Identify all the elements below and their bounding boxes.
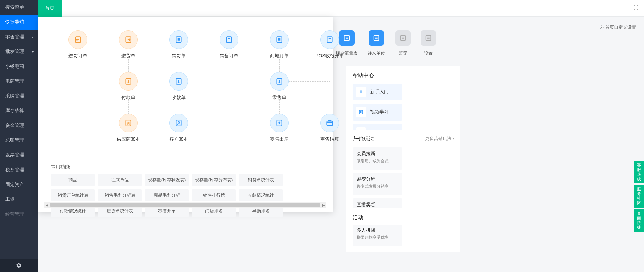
common-btn-4[interactable]: 销货单统计表: [239, 174, 283, 186]
flow-label: 收款单: [158, 95, 199, 101]
flow-node-10[interactable]: 客户账本: [158, 114, 199, 142]
scroll-right-icon[interactable]: ▶: [321, 202, 326, 208]
chevron-down-icon: ▾: [32, 35, 34, 39]
horizontal-scrollbar[interactable]: ◀ ▶: [44, 202, 326, 208]
sidebar-settings[interactable]: [0, 259, 38, 272]
mkt-card-0[interactable]: 会员拉新吸引用户成为会员: [353, 147, 402, 170]
flow-diagram: 进货订单进货单销货单销售订单商城订单POS收银开单付款单收款单零售单供供应商账本…: [44, 27, 326, 161]
flow-node-12[interactable]: 零售结算: [310, 114, 350, 142]
common-btn-5[interactable]: 销货订单统计表: [51, 189, 95, 201]
common-btn-9[interactable]: 收款情况统计: [239, 189, 283, 201]
common-btn-7[interactable]: 商品毛利分析: [145, 189, 189, 201]
flow-label: POS收银开单: [310, 53, 350, 59]
flow-label: 进货订单: [58, 53, 98, 59]
flow-node-1[interactable]: 进货单: [108, 30, 148, 59]
svg-point-13: [178, 122, 179, 123]
flow-label: 零售出库: [259, 136, 300, 142]
flow-label: 付款单: [108, 95, 148, 101]
tab-home[interactable]: 首页: [38, 0, 62, 17]
sidebar-item-search[interactable]: 搜索菜单: [0, 0, 38, 15]
common-btn-3[interactable]: 现存量(库存分布表): [192, 174, 236, 186]
flow-node-2[interactable]: 销货单: [158, 30, 199, 59]
quick-item-2[interactable]: 暂无: [395, 30, 411, 56]
common-btn-2[interactable]: 现存量(库存状况表): [145, 174, 189, 186]
side-tag-hotline[interactable]: 客服热线: [634, 161, 644, 183]
activity-panel: 活动: [346, 208, 460, 225]
mkt-card-sub: 拼团购物享受优惠: [357, 235, 398, 240]
sidebar-item-purchase[interactable]: 采购管理: [0, 89, 38, 103]
mkt-card-sub: 吸引用户成为会员: [357, 158, 398, 164]
side-tag-desktop[interactable]: 桌面快捷: [634, 209, 644, 232]
help-icon: [356, 107, 366, 117]
mkt-card-sub: 裂变式发展分销商: [357, 184, 398, 189]
sidebar-item-ecommerce[interactable]: 电商管理: [0, 74, 38, 89]
flow-icon: [119, 30, 138, 49]
flow-label: 供应商账本: [108, 136, 148, 142]
svg-rect-6: [327, 37, 332, 42]
common-btn-0[interactable]: 商品: [51, 174, 95, 186]
marketing-more-link[interactable]: 更多营销玩法 ›: [425, 136, 454, 142]
mkt-card-1[interactable]: 裂变分销裂变式发展分销商: [353, 173, 402, 195]
sidebar-item-funds[interactable]: 资金管理: [0, 118, 38, 133]
quick-item-3[interactable]: 设置: [421, 30, 436, 56]
flow-node-0[interactable]: 进货订单: [58, 30, 98, 59]
sidebar-item-manage[interactable]: 经营管理: [0, 207, 38, 222]
flow-label: 客户账本: [158, 136, 199, 142]
scroll-left-icon[interactable]: ◀: [44, 202, 50, 208]
flow-node-9[interactable]: 供供应商账本: [108, 114, 148, 142]
flow-node-7[interactable]: 收款单: [158, 72, 199, 101]
common-btn-1[interactable]: 往来单位: [98, 174, 142, 186]
flow-node-5[interactable]: POS收银开单: [310, 30, 350, 59]
fullscreen-icon: [633, 5, 639, 10]
marketing-panel: 营销玩法 更多营销玩法 › 会员拉新吸引用户成为会员裂变分销裂变式发展分销商直播…: [346, 130, 460, 252]
flow-icon: [270, 114, 289, 132]
sidebar-item-retail[interactable]: 零售管理▾: [0, 30, 38, 44]
flow-node-4[interactable]: 商城订单: [259, 30, 300, 59]
fullscreen-button[interactable]: [628, 5, 644, 12]
mkt-card-title: 直播卖货: [357, 202, 398, 208]
flow-label: 商城订单: [259, 53, 300, 59]
flow-node-3[interactable]: 销售订单: [209, 30, 249, 59]
sidebar-item-invoice[interactable]: 发票管理: [0, 148, 38, 163]
flow-icon: [169, 72, 188, 91]
common-btn-8[interactable]: 销售排行榜: [192, 189, 236, 201]
svg-rect-4: [226, 37, 231, 42]
sidebar-item-salary[interactable]: 工资: [0, 192, 38, 207]
sidebar-item-wholesale[interactable]: 批发管理▾: [0, 44, 38, 59]
mkt-card-title: 裂变分销: [357, 176, 398, 182]
flow-icon: [320, 30, 339, 49]
sidebar-item-ledger[interactable]: 总账管理: [0, 133, 38, 148]
flow-node-8[interactable]: 零售单: [259, 72, 300, 101]
flow-node-6[interactable]: 付款单: [108, 72, 148, 101]
tabbar: 首页: [38, 0, 644, 17]
help-label: 视频学习: [370, 109, 389, 115]
quicknav-flyout: 进货订单进货单销货单销售订单商城订单POS收银开单付款单收款单零售单供供应商账本…: [38, 17, 333, 212]
help-btn-0[interactable]: 新手入门: [353, 84, 402, 100]
chevron-down-icon: ▾: [32, 50, 34, 54]
custom-settings-link[interactable]: 首页自定义设置: [599, 24, 636, 30]
mkt-card-3[interactable]: 多人拼团拼团购物享受优惠: [353, 224, 402, 246]
sidebar-item-assets[interactable]: 固定资产: [0, 177, 38, 192]
flow-label: 销货单: [158, 53, 199, 59]
common-section-title: 常用功能: [51, 164, 326, 170]
flow-label: 零售单: [259, 95, 300, 101]
quick-item-1[interactable]: 往来单位: [368, 30, 385, 56]
mkt-card-title: 多人拼团: [357, 227, 398, 233]
flow-icon: [270, 30, 289, 49]
scroll-handle[interactable]: [50, 203, 320, 207]
side-tag-community[interactable]: 服务社区: [634, 185, 644, 208]
sidebar-item-xiaochang[interactable]: 小畅电商: [0, 59, 38, 74]
help-btn-1[interactable]: 视频学习: [353, 104, 402, 121]
flow-label: 销售订单: [209, 53, 249, 59]
help-label: 新手入门: [370, 89, 389, 95]
side-tags: 客服热线 服务社区 桌面快捷: [634, 161, 644, 232]
sidebar-item-inventory[interactable]: 库存核算: [0, 103, 38, 118]
svg-point-0: [601, 27, 602, 28]
sidebar-item-tax[interactable]: 税务管理: [0, 163, 38, 177]
sidebar-item-quicknav[interactable]: 快捷导航: [0, 15, 38, 30]
flow-icon: [220, 30, 238, 49]
gear-icon: [16, 262, 22, 268]
flow-node-11[interactable]: 零售出库: [259, 114, 300, 142]
common-btn-6[interactable]: 销售毛利分析表: [98, 189, 142, 201]
flow-icon: 供: [119, 114, 138, 132]
